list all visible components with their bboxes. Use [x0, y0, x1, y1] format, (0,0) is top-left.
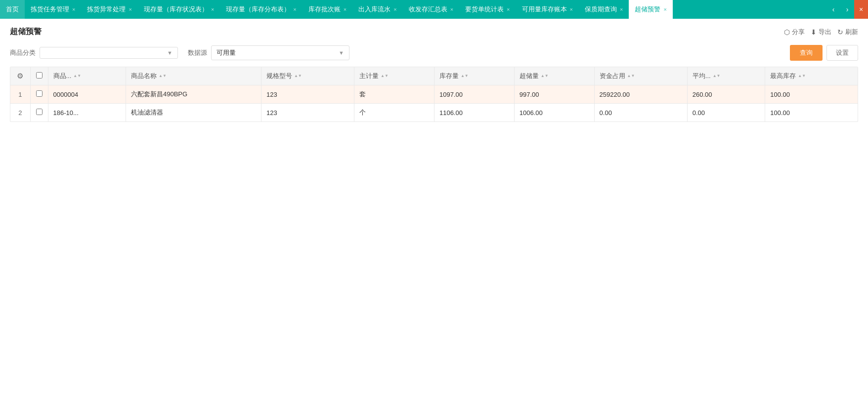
nav-close-stock-status[interactable]: ×: [211, 6, 214, 12]
share-icon: ⬡: [784, 28, 790, 36]
th-max-stock[interactable]: 最高库存 ▲▼: [765, 67, 858, 85]
cell-max-stock: 100.00: [765, 104, 858, 122]
sort-icon-max-stock: ▲▼: [798, 74, 806, 78]
datasource-label: 数据源: [188, 48, 207, 57]
action-buttons: 查询 设置: [790, 45, 858, 61]
settings-gear-icon[interactable]: ⚙: [17, 72, 23, 80]
table-header-row: ⚙ 商品... ▲▼ 商品名称 ▲▼: [10, 67, 858, 85]
share-button[interactable]: ⬡ 分享: [784, 28, 805, 37]
nav-pick-task[interactable]: 拣货任务管理 ×: [25, 0, 81, 19]
nav-prev-button[interactable]: ‹: [826, 0, 840, 19]
export-icon: ⬇: [811, 28, 817, 36]
row-checkbox-0[interactable]: [36, 90, 43, 97]
nav-stock-status[interactable]: 现存量（库存状况表） ×: [138, 0, 220, 19]
th-product-name[interactable]: 商品名称 ▲▼: [126, 67, 261, 85]
sort-icon-product-code: ▲▼: [73, 74, 81, 78]
nav-available-account[interactable]: 可用量库存账本 ×: [516, 0, 579, 19]
query-button[interactable]: 查询: [790, 45, 823, 61]
nav-next-button[interactable]: ›: [840, 0, 854, 19]
nav-close-batch-account[interactable]: ×: [344, 6, 347, 12]
nav-overstock-warning[interactable]: 超储预警 ×: [629, 0, 672, 19]
cell-unit: 个: [354, 104, 434, 122]
sort-icon-capital-occupy: ▲▼: [627, 74, 635, 78]
nav-receipt-summary[interactable]: 收发存汇总表 ×: [403, 0, 459, 19]
cell-rownum: 1: [10, 85, 30, 104]
sort-avg[interactable]: 平均... ▲▼: [693, 72, 721, 80]
nav-order-stats[interactable]: 要货单统计表 ×: [459, 0, 516, 19]
cell-spec: 123: [261, 85, 354, 104]
sort-product-code[interactable]: 商品... ▲▼: [53, 72, 82, 80]
export-button[interactable]: ⬇ 导出: [811, 28, 831, 37]
filter-row: 商品分类 ▼ 数据源 可用量 ▼ 查询 设置: [10, 45, 858, 61]
th-capital-occupy[interactable]: 资金占用 ▲▼: [594, 67, 687, 85]
th-avg[interactable]: 平均... ▲▼: [687, 67, 765, 85]
sort-spec[interactable]: 规格型号 ▲▼: [266, 72, 302, 80]
cell-capital-occupy: 259220.00: [594, 85, 687, 104]
th-over-stock[interactable]: 超储量 ▲▼: [514, 67, 594, 85]
cell-capital-occupy: 0.00: [594, 104, 687, 122]
category-label: 商品分类: [10, 48, 36, 57]
cell-product-name: 机油滤清器: [126, 104, 261, 122]
nav-inout-flow[interactable]: 出入库流水 ×: [352, 0, 402, 19]
refresh-icon: ↻: [837, 28, 843, 36]
nav-pick-exception[interactable]: 拣货异常处理 ×: [81, 0, 137, 19]
table-row: 1 0000004 六配套新昌490BPG 123 套 1097.00 997.…: [10, 85, 858, 104]
cell-over-stock: 1006.00: [514, 104, 594, 122]
cell-checkbox: [30, 104, 48, 122]
sort-capital-occupy[interactable]: 资金占用 ▲▼: [600, 72, 635, 80]
sort-product-name[interactable]: 商品名称 ▲▼: [131, 72, 167, 80]
th-stock[interactable]: 库存量 ▲▼: [434, 67, 514, 85]
nav-close-stock-dist[interactable]: ×: [293, 6, 296, 12]
nav-close-pick-exception[interactable]: ×: [129, 6, 131, 12]
nav-close-quality-query[interactable]: ×: [620, 6, 623, 12]
nav-close-available-account[interactable]: ×: [570, 6, 573, 12]
sort-icon-spec: ▲▼: [294, 74, 302, 78]
data-table-container: ⚙ 商品... ▲▼ 商品名称 ▲▼: [10, 67, 858, 122]
nav-stock-dist[interactable]: 现存量（库存分布表） ×: [220, 0, 302, 19]
page-title: 超储预警: [10, 27, 42, 37]
th-unit[interactable]: 主计量 ▲▼: [354, 67, 434, 85]
sort-stock[interactable]: 库存量 ▲▼: [439, 72, 469, 80]
th-gear: ⚙: [10, 67, 30, 85]
sort-max-stock[interactable]: 最高库存 ▲▼: [770, 72, 806, 80]
category-chevron-icon: ▼: [167, 50, 173, 56]
cell-over-stock: 997.00: [514, 85, 594, 104]
th-product-code[interactable]: 商品... ▲▼: [48, 67, 126, 85]
cell-product-name: 六配套新昌490BPG: [126, 85, 261, 104]
datasource-select-text: 可用量: [217, 48, 336, 57]
cell-product-code: 186-10...: [48, 104, 126, 122]
nav-close-all-button[interactable]: ×: [854, 0, 868, 19]
th-spec[interactable]: 规格型号 ▲▼: [261, 67, 354, 85]
nav-close-receipt-summary[interactable]: ×: [450, 6, 453, 12]
page-content: 超储预警 ⬡ 分享 ⬇ 导出 ↻ 刷新 商品分类 ▼ 数据源: [0, 19, 868, 130]
sort-unit[interactable]: 主计量 ▲▼: [359, 72, 389, 80]
datasource-select[interactable]: 可用量 ▼: [211, 45, 349, 60]
nav-close-overstock-warning[interactable]: ×: [663, 6, 666, 12]
cell-max-stock: 100.00: [765, 85, 858, 104]
cell-avg: 0.00: [687, 104, 765, 122]
sort-icon-avg: ▲▼: [713, 74, 721, 78]
page-header: 超储预警 ⬡ 分享 ⬇ 导出 ↻ 刷新: [10, 27, 858, 37]
row-checkbox-1[interactable]: [36, 109, 43, 115]
data-table: ⚙ 商品... ▲▼ 商品名称 ▲▼: [10, 67, 858, 121]
sort-icon-unit: ▲▼: [381, 74, 389, 78]
nav-batch-account[interactable]: 库存批次账 ×: [303, 0, 352, 19]
header-actions: ⬡ 分享 ⬇ 导出 ↻ 刷新: [784, 28, 858, 37]
sort-icon-product-name: ▲▼: [159, 74, 167, 78]
sort-over-stock[interactable]: 超储量 ▲▼: [520, 72, 549, 80]
cell-stock: 1106.00: [434, 104, 514, 122]
cell-checkbox: [30, 85, 48, 104]
nav-home[interactable]: 首页: [0, 0, 25, 19]
settings-button[interactable]: 设置: [826, 45, 858, 61]
category-filter: 商品分类 ▼: [10, 47, 178, 59]
table-body: 1 0000004 六配套新昌490BPG 123 套 1097.00 997.…: [10, 85, 858, 122]
category-select[interactable]: ▼: [40, 47, 178, 59]
nav-quality-query[interactable]: 保质期查询 ×: [579, 0, 629, 19]
nav-close-pick-task[interactable]: ×: [72, 6, 75, 12]
nav-close-order-stats[interactable]: ×: [507, 6, 510, 12]
cell-unit: 套: [354, 85, 434, 104]
datasource-chevron-icon: ▼: [339, 50, 344, 56]
nav-close-inout-flow[interactable]: ×: [393, 6, 396, 12]
select-all-checkbox[interactable]: [36, 72, 43, 79]
refresh-button[interactable]: ↻ 刷新: [837, 28, 858, 37]
